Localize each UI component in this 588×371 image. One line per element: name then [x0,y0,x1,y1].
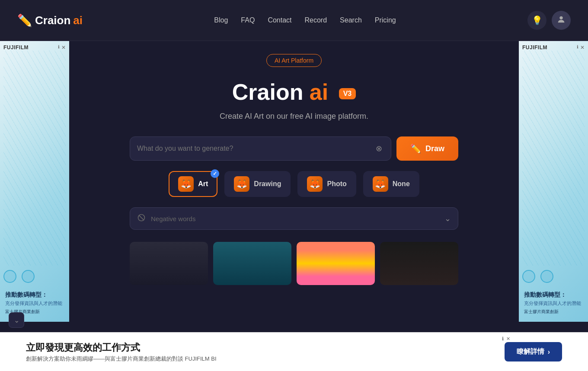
logo-text-craion: Craion [35,14,70,27]
left-ad-brand: FUJIFILM [3,44,29,51]
center-content: AI Art Platform Craion ai V3 Create AI A… [69,41,519,322]
hero-title: Craion ai V3 [232,79,356,105]
svg-point-0 [559,16,562,19]
scroll-down-button[interactable]: ⌄ [9,312,24,328]
nav-blog[interactable]: Blog [214,16,228,24]
nav-search[interactable]: Search [340,16,362,24]
style-none[interactable]: 🦊 None [363,171,419,197]
left-ad-close[interactable]: ✕ [61,44,66,51]
bottom-ad-cta-button[interactable]: 瞭解詳情 › [505,342,562,361]
draw-button-label: Draw [425,144,444,153]
generate-input[interactable] [137,145,374,152]
right-ad-close[interactable]: ✕ [580,44,585,51]
bottom-ad-cta-label: 瞭解詳情 [517,347,544,356]
nav-faq[interactable]: FAQ [241,16,255,24]
right-ad-tagline: 富士膠片商業創新 [524,309,581,315]
pencil-icon: ✏️ [410,143,421,154]
search-row: ⊗ ✏️ Draw [130,136,458,161]
none-icon: 🦊 [373,176,388,192]
left-ad-headline: 推動數碼轉型： [5,291,62,298]
search-input-wrapper: ⊗ [130,136,391,161]
nav-contact[interactable]: Contact [268,16,291,24]
version-badge: V3 [339,88,356,99]
user-account-button[interactable] [552,11,571,30]
bottom-ad-left: 立即發現更高效的工作方式 創新解決方案助你未雨綢繆——與富士膠片商業創新總裁的對… [26,341,505,363]
negative-words-row: Negative words ⌄ [130,207,458,230]
chevron-down-icon: ⌄ [14,316,19,324]
style-pills: 🦊 Art ✓ 🦊 Drawing 🦊 Photo 🦊 None [169,171,419,197]
bottom-ad-banner: ℹ ✕ 立即發現更高效的工作方式 創新解決方案助你未雨綢繆——與富士膠片商業創新… [0,332,588,371]
right-ad-circle-2 [540,270,553,283]
negative-icon [137,213,146,224]
left-ad-panel: FUJIFILM ℹ ✕ 推動數碼轉型： 充分發揮資訊與人才的潛能 富士膠片商業… [0,41,69,322]
user-icon [556,15,566,26]
left-ad-circle-1 [3,270,16,283]
bottom-ad-info[interactable]: ℹ ✕ [502,336,510,342]
style-drawing[interactable]: 🦊 Drawing [224,171,291,197]
gallery-thumb-1[interactable] [130,242,208,285]
right-ad-subtext: 充分發揮資訊與人才的潛能 [524,300,581,306]
art-check-badge: ✓ [211,169,219,178]
bottom-ad-headline: 立即發現更高效的工作方式 [26,341,505,354]
logo-text-ai: ai [73,14,83,27]
draw-button[interactable]: ✏️ Draw [396,136,458,161]
style-none-label: None [393,180,410,188]
bottom-ad-subtext: 創新解決方案助你未雨綢繆——與富士膠片商業創新總裁的對談 FUJIFILM BI [26,355,505,363]
svg-line-2 [139,215,144,220]
nav-actions: 💡 [527,11,571,30]
nav-pricing[interactable]: Pricing [375,16,396,24]
style-art[interactable]: 🦊 Art ✓ [169,171,217,197]
left-ad-info-icon[interactable]: ℹ [58,44,60,51]
gallery-thumb-3[interactable] [297,242,375,285]
nav-links: Blog FAQ Contact Record Search Pricing [214,16,396,24]
negative-expand-button[interactable]: ⌄ [444,214,451,223]
platform-badge: AI Art Platform [266,54,322,67]
title-word-craion: Craion [232,79,304,105]
clear-input-button[interactable]: ⊗ [374,142,384,155]
drawing-icon: 🦊 [234,176,249,192]
light-mode-button[interactable]: 💡 [527,11,546,30]
lightbulb-icon: 💡 [532,15,543,25]
title-word-ai: ai [310,79,328,105]
nav-record[interactable]: Record [305,16,327,24]
style-art-label: Art [198,180,208,188]
hero-subtitle: Create AI Art on our free AI image platf… [220,112,368,121]
style-photo-label: Photo [327,180,346,188]
right-ad-brand: FUJIFILM [522,44,547,51]
negative-words-placeholder: Negative words [151,215,439,222]
ad-info-icon: ℹ [502,336,504,342]
right-ad-info-icon[interactable]: ℹ [577,44,578,51]
style-drawing-label: Drawing [254,180,281,188]
logo-icon: ✏️ [17,13,32,28]
bottom-ad-cta-arrow: › [548,348,550,356]
right-ad-circle-1 [522,270,535,283]
ad-close-bottom[interactable]: ✕ [506,336,510,342]
chevron-down-icon: ⌄ [444,214,451,223]
right-ad-panel: FUJIFILM ℹ ✕ 推動數碼轉型： 充分發揮資訊與人才的潛能 富士膠片商業… [519,41,588,322]
photo-icon: 🦊 [307,176,323,192]
art-icon: 🦊 [178,176,194,192]
style-photo[interactable]: 🦊 Photo [297,171,356,197]
gallery-thumb-2[interactable] [213,242,291,285]
right-ad-headline: 推動數碼轉型： [524,291,581,298]
left-ad-subtext: 充分發揮資訊與人才的潛能 [5,300,62,306]
image-grid [130,242,458,285]
navbar: ✏️ Craion ai Blog FAQ Contact Record Sea… [0,0,588,41]
clear-icon: ⊗ [376,144,382,153]
gallery-thumb-4[interactable] [380,242,458,285]
logo[interactable]: ✏️ Craion ai [17,13,83,28]
left-ad-circle-2 [22,270,35,283]
main-content: FUJIFILM ℹ ✕ 推動數碼轉型： 充分發揮資訊與人才的潛能 富士膠片商業… [0,41,588,322]
